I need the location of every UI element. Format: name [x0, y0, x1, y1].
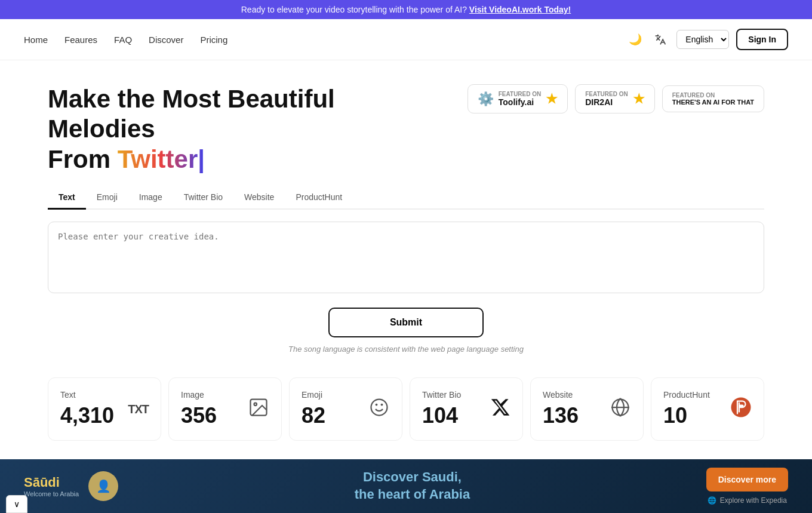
badge-dir2ai[interactable]: FEATURED ON DIR2AI ★ [575, 84, 654, 113]
ad-cta-area: Discover more 🌐 Explore with Expedia [706, 468, 788, 505]
tab-twitter-bio[interactable]: Twitter Bio [173, 186, 233, 210]
dir2ai-name: DIR2AI [585, 97, 628, 107]
ad-banner: Sāūdi Welcome to Arabia 👤 Discover Saudi… [0, 459, 812, 513]
nav-pricing[interactable]: Pricing [200, 35, 227, 45]
stat-twitter-value: 104 [422, 403, 461, 428]
translate-icon[interactable] [651, 30, 669, 48]
tabs: Text Emoji Image Twitter Bio Website Pro… [48, 186, 764, 210]
stat-text-info: Text 4,310 [60, 390, 114, 428]
stat-ph-value: 10 [663, 403, 710, 428]
toolify-gear-icon: ⚙️ [478, 91, 494, 107]
dir2ai-sub: FEATURED ON [585, 91, 628, 97]
twitter-icon [490, 397, 510, 422]
expedia-text: Explore with Expedia [720, 496, 787, 505]
badge-toolify[interactable]: ⚙️ FEATURED ON Toolify.ai ★ [467, 84, 568, 113]
tab-text[interactable]: Text [48, 186, 86, 210]
toolify-name: Toolify.ai [499, 97, 541, 107]
svg-point-2 [371, 399, 387, 415]
stat-image-label: Image [181, 390, 217, 400]
nav-home[interactable]: Home [24, 35, 48, 45]
ad-logo-text: Sāūdi [24, 475, 79, 490]
stat-image-info: Image 356 [181, 390, 217, 428]
navbar: Home Feaures FAQ Discover Pricing 🌙 Engl… [0, 19, 812, 60]
top-banner: Ready to elevate your video storytelling… [0, 0, 812, 19]
hero-section: Make the Most Beautiful Melodies From Tw… [24, 60, 788, 186]
hero-title-highlight: Twitter| [118, 145, 205, 173]
tab-image[interactable]: Image [128, 186, 173, 210]
expedia-icon: 🌐 [708, 496, 716, 505]
stat-website-value: 136 [543, 403, 579, 428]
stat-website-info: Website 136 [543, 390, 579, 428]
badge-ah[interactable]: FEATURED ON THERE'S AN AI FOR THAT [662, 85, 764, 112]
stat-card-website: Website 136 [530, 377, 644, 441]
producthunt-icon [730, 397, 752, 422]
nav-discover[interactable]: Discover [149, 35, 183, 45]
submit-note: The song language is consistent with the… [288, 345, 524, 354]
stat-card-text: Text 4,310 TXT [48, 377, 161, 441]
txt-icon: TXT [128, 403, 149, 416]
dark-mode-icon[interactable]: 🌙 [626, 30, 644, 48]
idea-input[interactable] [48, 222, 764, 293]
banner-cta[interactable]: Visit VideoAI.work Today! [469, 5, 571, 14]
stat-ph-info: ProductHunt 10 [663, 390, 710, 428]
stat-twitter-label: Twitter Bio [422, 390, 461, 400]
language-selector[interactable]: English [676, 30, 729, 49]
nav-right: 🌙 English Sign In [626, 29, 788, 50]
sign-in-button[interactable]: Sign In [736, 29, 788, 50]
ah-name: THERE'S AN AI FOR THAT [672, 99, 754, 106]
stat-image-value: 356 [181, 403, 217, 428]
ad-main-text: Discover Saudi, the heart of Arabia [118, 469, 706, 503]
stat-text-value: 4,310 [60, 403, 114, 428]
stat-emoji-info: Emoji 82 [302, 390, 325, 428]
expand-button[interactable]: ∨ [6, 495, 27, 513]
stat-emoji-label: Emoji [302, 390, 325, 400]
submit-section: Submit The song language is consistent w… [48, 308, 764, 354]
stat-card-producthunt: ProductHunt 10 [651, 377, 764, 441]
nav-faq[interactable]: FAQ [114, 35, 132, 45]
hero-badges: ⚙️ FEATURED ON Toolify.ai ★ FEATURED ON … [467, 84, 764, 113]
svg-point-1 [254, 403, 257, 406]
ad-logo-sub: Welcome to Arabia [24, 490, 79, 497]
tab-producthunt[interactable]: ProductHunt [285, 186, 353, 210]
globe-icon [610, 397, 631, 422]
hero-text: Make the Most Beautiful Melodies From Tw… [48, 84, 394, 174]
dir2ai-star-icon: ★ [633, 91, 645, 107]
ad-line1: Discover Saudi, [363, 469, 462, 484]
toolify-star-icon: ★ [546, 91, 558, 107]
hero-title-line2-plain: From [48, 145, 118, 173]
toolify-sub: FEATURED ON [499, 91, 541, 97]
stats-row: Text 4,310 TXT Image 356 Emoji 82 [48, 377, 764, 441]
image-icon [248, 397, 269, 422]
ad-line2: the heart of Arabia [355, 487, 470, 502]
nav-links: Home Feaures FAQ Discover Pricing [24, 35, 227, 45]
ad-logo-area: Sāūdi Welcome to Arabia 👤 [24, 471, 118, 501]
ad-cta-button[interactable]: Discover more [706, 468, 788, 492]
ah-sub: FEATURED ON [672, 92, 754, 99]
stat-card-twitter-bio: Twitter Bio 104 [410, 377, 523, 441]
stat-twitter-info: Twitter Bio 104 [422, 390, 461, 428]
ad-logo-img: 👤 [88, 471, 118, 501]
stat-text-label: Text [60, 390, 114, 400]
stat-card-image: Image 356 [168, 377, 282, 441]
stat-website-label: Website [543, 390, 579, 400]
tab-emoji[interactable]: Emoji [86, 186, 128, 210]
stat-ph-label: ProductHunt [663, 390, 710, 400]
stat-emoji-value: 82 [302, 403, 325, 428]
hero-title-line1: Make the Most Beautiful Melodies [48, 85, 335, 143]
stat-card-emoji: Emoji 82 [289, 377, 402, 441]
ad-expedia: 🌐 Explore with Expedia [708, 496, 787, 505]
emoji-icon [368, 397, 390, 422]
nav-features[interactable]: Feaures [64, 35, 97, 45]
banner-text: Ready to elevate your video storytelling… [241, 5, 467, 14]
submit-button[interactable]: Submit [328, 308, 484, 337]
hero-title: Make the Most Beautiful Melodies From Tw… [48, 84, 394, 174]
tab-website[interactable]: Website [233, 186, 285, 210]
